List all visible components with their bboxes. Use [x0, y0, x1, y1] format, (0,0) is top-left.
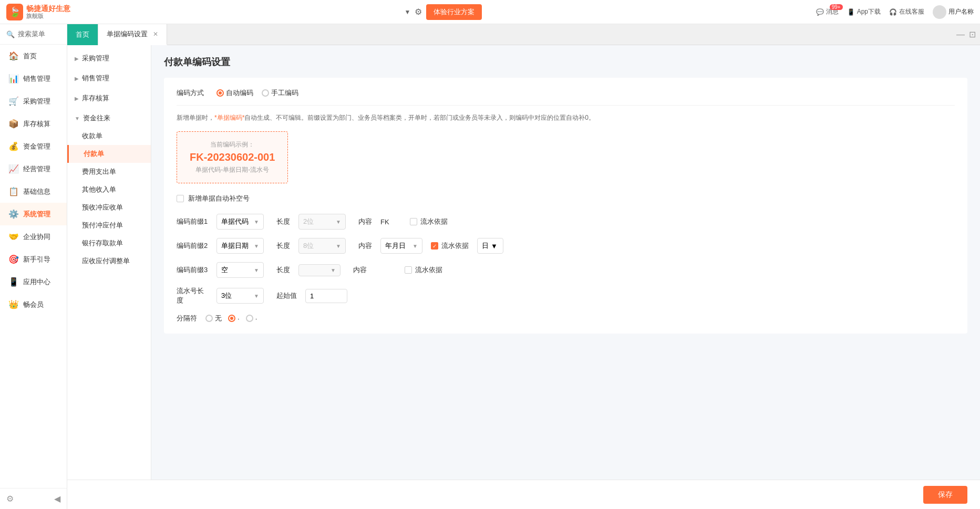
brand: 🍃 畅捷通好生意 旗舰版	[6, 4, 70, 20]
app-download-label: App下载	[857, 7, 881, 16]
footer-collapse-icon[interactable]: ◀	[54, 494, 60, 504]
footer-settings-icon[interactable]: ⚙	[6, 494, 14, 504]
prefix3-stream-checkbox[interactable]: 流水依据	[405, 265, 442, 275]
serial-length-select[interactable]: 3位 ▼	[216, 288, 264, 304]
prefix3-stream-check	[405, 266, 412, 274]
auto-encode-label: 自动编码	[226, 88, 253, 98]
sidebar-item-sales[interactable]: 📊 销售管理	[0, 67, 67, 90]
sub-item-prepaid-receivable[interactable]: 预收冲应收单	[67, 199, 151, 216]
prefix1-content-label: 内容	[358, 217, 372, 226]
tab-serial-label: 单据编码设置	[107, 29, 148, 39]
sub-item-bank-deposit[interactable]: 银行存取款单	[67, 234, 151, 252]
prefix2-day-value: 日	[482, 241, 489, 251]
prefix3-length-select[interactable]: ▼	[298, 264, 341, 276]
sub-item-expense[interactable]: 费用支出单	[67, 163, 151, 181]
sidebar-item-newguide[interactable]: 🎯 新手引导	[0, 248, 67, 271]
avatar	[933, 5, 946, 19]
basic-icon: 📋	[8, 186, 19, 196]
prefix3-select[interactable]: 空 ▼	[216, 262, 264, 278]
prefix1-select[interactable]: 单据代码 ▼	[216, 214, 264, 230]
tab-close-icon[interactable]: ✕	[153, 30, 158, 38]
brand-sub: 旗舰版	[26, 13, 70, 19]
sidebar-label-inventory: 库存核算	[23, 119, 50, 129]
prefix1-stream-checkbox[interactable]: 流水依据	[410, 217, 448, 226]
separator-label: 分隔符	[177, 314, 197, 323]
sidebar-item-system[interactable]: ⚙️ 系统管理	[0, 203, 67, 225]
sub-item-payable-adjust[interactable]: 应收应付调整单	[67, 252, 151, 270]
prefix2-stream-checkbox[interactable]: ✓ 流水依据	[431, 241, 469, 251]
sub-item-other-income[interactable]: 其他收入单	[67, 181, 151, 199]
sidebar-item-appcenter[interactable]: 📱 应用中心	[0, 271, 67, 293]
prefix2-content-value: 年月日	[385, 241, 406, 251]
prefix2-content-select[interactable]: 年月日 ▼	[380, 238, 422, 254]
purchase-icon: 🛒	[8, 96, 19, 106]
sub-group-purchase: ▶ 采购管理	[67, 49, 151, 67]
prefix1-stream-label: 流水依据	[420, 217, 448, 226]
prefix2-length-dropdown-icon: ▼	[336, 243, 341, 249]
sidebar-label-member: 畅会员	[23, 300, 44, 309]
message-icon: 💬	[816, 8, 824, 16]
chevron-right-icon2: ▶	[75, 76, 79, 81]
serial-length-value: 3位	[221, 291, 232, 300]
sidebar-item-inventory[interactable]: 📦 库存核算	[0, 112, 67, 135]
sub-group-inventory-label: 库存核算	[82, 94, 109, 103]
sub-item-payment[interactable]: 付款单	[67, 145, 151, 163]
nav-dropdown[interactable]: ▼	[404, 8, 410, 16]
user-info[interactable]: 用户名称	[933, 5, 974, 19]
start-value-input[interactable]	[305, 289, 347, 303]
search-menu-label: 搜索菜单	[18, 29, 45, 39]
experience-button[interactable]: 体验行业方案	[426, 4, 482, 20]
manual-encode-radio[interactable]: 手工编码	[262, 88, 298, 98]
sub-item-prepaid-payable[interactable]: 预付冲应付单	[67, 216, 151, 234]
sub-group-inventory: ▶ 库存核算	[67, 89, 151, 107]
config-row-2: 编码前缀2 单据日期 ▼ 长度 8位 ▼ 内容 年月日	[177, 238, 955, 254]
service-icon: 🎧	[889, 8, 897, 16]
finance-icon: 💰	[8, 141, 19, 151]
sub-group-finance-title[interactable]: ▼ 资金往来	[67, 109, 151, 127]
online-service-item[interactable]: 🎧 在线客服	[889, 7, 924, 16]
sidebar-label-newguide: 新手引导	[23, 255, 50, 264]
sidebar-item-cooperation[interactable]: 🤝 企业协同	[0, 225, 67, 248]
sidebar-item-home[interactable]: 🏠 首页	[0, 45, 67, 67]
prefix1-length-select[interactable]: 2位 ▼	[298, 214, 346, 230]
sidebar-label-purchase: 采购管理	[23, 97, 50, 106]
user-name: 用户名称	[948, 7, 974, 16]
auto-encode-radio[interactable]: 自动编码	[216, 88, 253, 98]
sub-item-receipt[interactable]: 收款单	[67, 127, 151, 145]
prefix3-dropdown-icon: ▼	[254, 267, 259, 273]
prefix1-dropdown-icon: ▼	[254, 219, 259, 225]
prefix2-day-select[interactable]: 日 ▼	[477, 238, 503, 254]
tab-home[interactable]: 首页	[67, 24, 98, 45]
tab-serial-setting[interactable]: 单据编码设置 ✕	[98, 24, 167, 45]
tab-minimize-button[interactable]: —	[956, 30, 965, 39]
sep-dash-radio[interactable]: ·	[228, 315, 240, 323]
sidebar-item-basic[interactable]: 📋 基础信息	[0, 180, 67, 203]
message-item[interactable]: 💬 消息 99+	[816, 7, 839, 16]
tab-maximize-button[interactable]: ⊡	[969, 29, 976, 39]
sidebar-item-finance[interactable]: 💰 资金管理	[0, 135, 67, 158]
sep-dot-radio[interactable]: ·	[246, 315, 257, 323]
sub-group-inventory-title[interactable]: ▶ 库存核算	[67, 89, 151, 107]
save-button[interactable]: 保存	[923, 486, 967, 504]
sidebar-label-basic: 基础信息	[23, 187, 50, 196]
settings-icon[interactable]: ⚙	[415, 7, 422, 17]
auto-encode-dot	[216, 89, 224, 97]
sidebar-item-operation[interactable]: 📈 经营管理	[0, 158, 67, 180]
sidebar-item-member[interactable]: 👑 畅会员	[0, 293, 67, 316]
sidebar-item-purchase[interactable]: 🛒 采购管理	[0, 90, 67, 112]
prefix1-length-value: 2位	[303, 217, 314, 226]
sidebar-label-home: 首页	[23, 51, 37, 61]
search-menu[interactable]: 🔍 搜索菜单	[0, 24, 67, 45]
sep-dot-dot	[246, 315, 253, 322]
app-download-item[interactable]: 📱 App下载	[847, 7, 881, 16]
sub-group-purchase-title[interactable]: ▶ 采购管理	[67, 49, 151, 67]
prefix2-select[interactable]: 单据日期 ▼	[216, 238, 264, 254]
prefix2-length-label: 长度	[276, 241, 290, 251]
prefix2-length-select[interactable]: 8位 ▼	[298, 238, 346, 254]
sep-none-radio[interactable]: 无	[205, 314, 222, 323]
auto-fill-checkbox[interactable]	[177, 195, 184, 202]
prefix2-content-label: 内容	[358, 241, 372, 251]
prefix3-stream-label: 流水依据	[415, 265, 442, 275]
config-row-3: 编码前缀3 空 ▼ 长度 ▼ 内容	[177, 262, 955, 278]
sub-group-sales-title[interactable]: ▶ 销售管理	[67, 69, 151, 87]
